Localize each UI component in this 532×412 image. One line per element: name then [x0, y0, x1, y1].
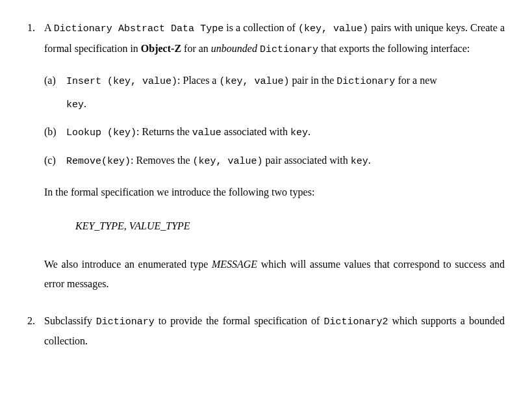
italic-unbounded: unbounded	[211, 43, 257, 54]
text: : Returns the	[136, 126, 192, 137]
code-key-value: (key, value)	[298, 23, 368, 34]
q2-body: Subclassify Dictionary to provide the fo…	[44, 311, 505, 352]
sub-a-marker: (a)	[44, 71, 56, 90]
text: that exports the following interface:	[318, 43, 470, 54]
question-2: 2. Subclassify Dictionary to provide the…	[27, 311, 505, 352]
subitem-c: (c) Remove(key): Removes the (key, value…	[44, 151, 505, 172]
text: is a collection of	[223, 22, 298, 33]
q2-marker: 2.	[27, 311, 35, 331]
bold-object-z: Object-Z	[141, 43, 181, 54]
q1-subitems: (a) Insert (key, value): Places a (key, …	[44, 71, 505, 171]
q1-types-intro: In the formal specification we introduce…	[44, 183, 505, 202]
code-value: value	[192, 127, 222, 138]
q1-intro: A Dictionary Abstract Data Type is a col…	[44, 18, 505, 59]
text: .	[368, 155, 371, 166]
subitem-b: (b) Lookup (key): Returns the value asso…	[44, 122, 505, 143]
code-dictionary2: Dictionary2	[323, 316, 388, 328]
code-key: key	[351, 156, 368, 167]
text: pair in the	[289, 75, 336, 86]
text: : Places a	[177, 75, 219, 86]
code-remove: Remove(key)	[66, 156, 131, 167]
code-key: key	[66, 99, 84, 110]
text: to provide the formal specification of	[155, 315, 324, 326]
code-lookup: Lookup (key)	[66, 127, 136, 138]
subitem-a-cont: key.	[44, 94, 505, 115]
code-key-value: (key, value)	[193, 156, 263, 167]
code-dictionary: Dictionary	[260, 44, 318, 55]
code-key-value: (key, value)	[219, 76, 289, 87]
italic-message: MESSAGE	[212, 259, 257, 270]
text: Subclassify	[44, 315, 96, 326]
q1-message-para: We also introduce an enumerated type MES…	[44, 255, 505, 294]
code-key: key	[290, 127, 308, 138]
sub-b-marker: (b)	[44, 122, 57, 142]
text: A	[44, 22, 54, 33]
subitem-a: (a) Insert (key, value): Places a (key, …	[44, 71, 505, 92]
text: : Removes the	[131, 155, 193, 166]
code-dictionary-adt: Dictionary Abstract Data Type	[54, 23, 223, 34]
question-1: 1. A Dictionary Abstract Data Type is a …	[27, 18, 505, 294]
types-declaration: KEY_TYPE, VALUE_TYPE	[75, 216, 505, 236]
sub-c-marker: (c)	[44, 151, 56, 170]
text: .	[308, 126, 310, 137]
text: We also introduce an enumerated type	[44, 259, 212, 270]
code-dictionary: Dictionary	[336, 76, 395, 87]
text: .	[84, 98, 86, 109]
text: for a new	[395, 75, 437, 86]
code-insert: Insert (key, value)	[66, 76, 177, 87]
text: for an	[181, 43, 211, 54]
code-dictionary: Dictionary	[96, 316, 155, 328]
text: associated with	[222, 126, 290, 137]
text: pair associated with	[263, 155, 351, 166]
q1-marker: 1.	[27, 18, 35, 38]
